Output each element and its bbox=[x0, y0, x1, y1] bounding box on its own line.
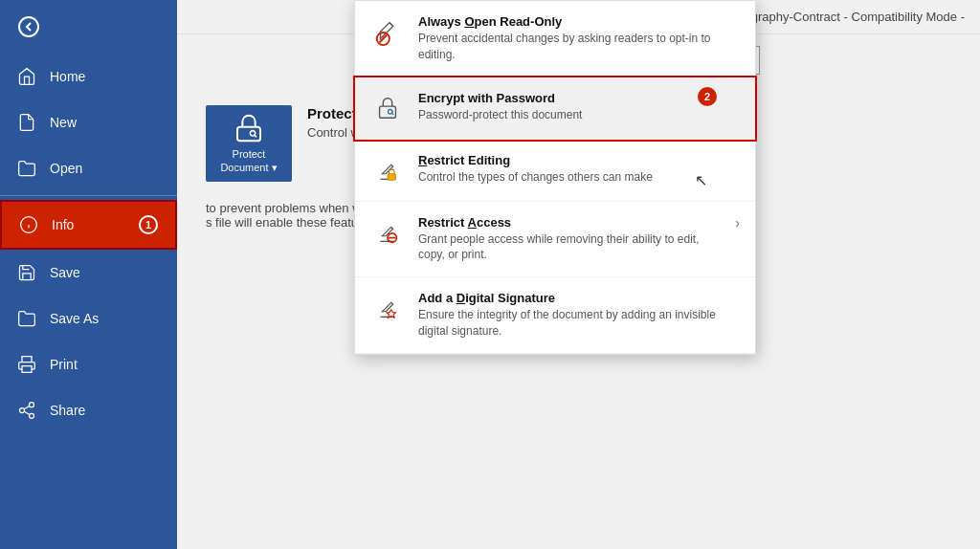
restrict-access-text: Restrict Access Grant people access whil… bbox=[418, 215, 722, 264]
sidebar-label-print: Print bbox=[50, 357, 78, 372]
svg-marker-21 bbox=[387, 310, 395, 318]
protect-document-button[interactable]: ProtectDocument ▾ bbox=[206, 105, 292, 182]
sidebar-label-new: New bbox=[50, 115, 77, 130]
share-icon bbox=[17, 401, 36, 420]
read-only-text: Always Open Read-Only Prevent accidental… bbox=[418, 14, 740, 63]
sidebar-label-info: Info bbox=[52, 217, 74, 232]
sidebar-label-open: Open bbox=[50, 161, 82, 176]
svg-point-6 bbox=[20, 408, 25, 413]
lock-search-icon bbox=[234, 113, 264, 143]
restrict-editing-title: Restrict Editing bbox=[418, 153, 740, 167]
digital-signature-icon bbox=[370, 291, 405, 325]
info-badge: 1 bbox=[139, 215, 158, 234]
encrypt-desc: Password-protect this document bbox=[418, 107, 740, 123]
restrict-access-arrow: › bbox=[735, 215, 740, 231]
sidebar-label-home: Home bbox=[50, 69, 85, 84]
encrypt-icon bbox=[370, 91, 405, 125]
read-only-title: Always Open Read-Only bbox=[418, 14, 740, 29]
sidebar-label-share: Share bbox=[50, 403, 85, 418]
info-icon bbox=[19, 215, 38, 234]
encrypt-title: Encrypt with Password bbox=[418, 91, 740, 105]
sidebar: Home New Open Info 1 Save bbox=[0, 0, 177, 549]
new-icon bbox=[17, 113, 36, 132]
dropdown-item-encrypt[interactable]: Encrypt with Password Password-protect t… bbox=[355, 77, 755, 140]
sidebar-item-info[interactable]: Info 1 bbox=[0, 200, 177, 250]
svg-point-16 bbox=[388, 109, 392, 114]
sidebar-item-open[interactable]: Open bbox=[0, 145, 177, 191]
read-only-desc: Prevent accidental changes by asking rea… bbox=[418, 31, 740, 63]
svg-rect-10 bbox=[237, 126, 260, 141]
sidebar-item-save-as[interactable]: Save As bbox=[0, 296, 177, 341]
sidebar-item-new[interactable]: New bbox=[0, 99, 177, 145]
sidebar-divider bbox=[0, 195, 177, 196]
svg-point-7 bbox=[30, 413, 34, 418]
sidebar-item-home[interactable]: Home bbox=[0, 54, 177, 99]
encrypt-badge: 2 bbox=[698, 87, 717, 106]
restrict-access-icon bbox=[370, 215, 405, 250]
read-only-icon bbox=[370, 14, 405, 49]
sidebar-label-save: Save bbox=[50, 265, 80, 280]
restrict-access-desc: Grant people access while removing their… bbox=[418, 231, 722, 264]
sidebar-item-print[interactable]: Print bbox=[0, 341, 177, 387]
sidebar-item-save[interactable]: Save bbox=[0, 250, 177, 296]
save-as-icon bbox=[17, 309, 36, 328]
digital-sig-title: Add a Digital Signature bbox=[418, 291, 740, 305]
restrict-access-title: Restrict Access bbox=[418, 215, 722, 230]
svg-line-17 bbox=[392, 113, 394, 115]
svg-line-9 bbox=[24, 406, 30, 408]
svg-rect-4 bbox=[22, 366, 32, 373]
svg-point-0 bbox=[19, 17, 38, 36]
digital-sig-text: Add a Digital Signature Ensure the integ… bbox=[418, 291, 740, 340]
back-button[interactable] bbox=[0, 0, 177, 54]
dropdown-item-digital-sig[interactable]: Add a Digital Signature Ensure the integ… bbox=[355, 277, 755, 354]
print-icon bbox=[17, 355, 36, 374]
protect-document-label: ProtectDocument ▾ bbox=[220, 147, 277, 175]
digital-sig-desc: Ensure the integrity of the document by … bbox=[418, 307, 740, 340]
open-icon bbox=[17, 159, 36, 178]
svg-point-11 bbox=[250, 130, 255, 135]
dropdown-item-restrict-editing[interactable]: Restrict Editing Control the types of ch… bbox=[355, 140, 755, 202]
encrypt-text: Encrypt with Password Password-protect t… bbox=[418, 91, 740, 123]
save-icon bbox=[17, 263, 36, 282]
sidebar-item-share[interactable]: Share bbox=[0, 387, 177, 433]
restrict-editing-icon bbox=[370, 153, 405, 187]
dropdown-item-read-only[interactable]: Always Open Read-Only Prevent accidental… bbox=[355, 1, 755, 77]
restrict-editing-text: Restrict Editing Control the types of ch… bbox=[418, 153, 740, 186]
sidebar-label-save-as: Save As bbox=[50, 311, 99, 326]
main-content: Wedding-Photography-Contract - Compatibi… bbox=[177, 0, 980, 549]
restrict-editing-desc: Control the types of changes others can … bbox=[418, 169, 740, 186]
svg-line-8 bbox=[24, 411, 30, 414]
svg-point-5 bbox=[30, 403, 34, 407]
home-icon bbox=[17, 67, 36, 86]
protect-dropdown-menu: Always Open Read-Only Prevent accidental… bbox=[354, 0, 756, 355]
svg-line-12 bbox=[255, 135, 256, 137]
svg-rect-18 bbox=[388, 173, 395, 180]
dropdown-item-restrict-access[interactable]: Restrict Access Grant people access whil… bbox=[355, 202, 755, 278]
